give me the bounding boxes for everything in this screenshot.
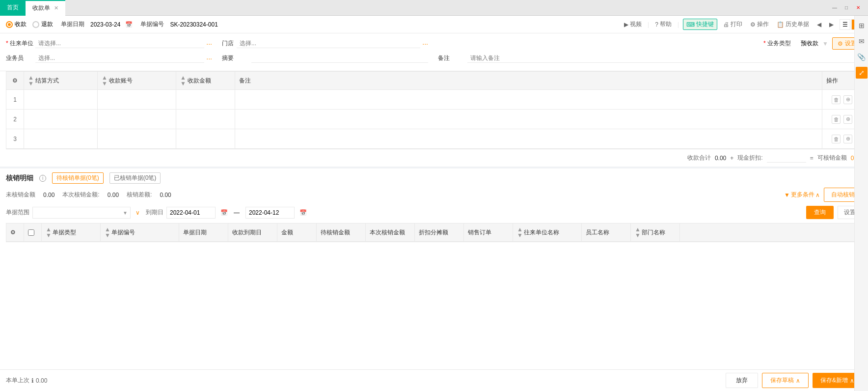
receipt-radio-label: 收款	[15, 20, 27, 28]
maximize-button[interactable]: □	[842, 4, 850, 12]
calendar-to-icon[interactable]: 📅	[299, 209, 307, 216]
shortcut-btn[interactable]: ⌨ 快捷键	[683, 19, 717, 30]
remark-field: 备注	[438, 54, 862, 63]
history-label: 历史单据	[786, 20, 809, 28]
calendar-from-icon[interactable]: 📅	[220, 209, 228, 216]
nav-right-btn[interactable]: ▶	[827, 20, 836, 29]
tab-close-icon[interactable]: ✕	[54, 5, 58, 11]
party-more-icon[interactable]: ···	[206, 40, 212, 48]
td-settlement-2[interactable]	[24, 110, 98, 129]
ops-btn[interactable]: ⚙ 操作	[748, 19, 771, 29]
sidebar-table-icon[interactable]: ⊞	[856, 20, 868, 31]
receipt-refund-group: 收款 退款	[6, 20, 53, 28]
print-btn[interactable]: 🖨 打印	[721, 19, 744, 29]
select-all-checkbox[interactable]	[28, 229, 34, 236]
gear-settings-icon: ⚙	[12, 77, 18, 84]
refund-radio-dot	[32, 21, 39, 28]
plus-sign: +	[730, 155, 733, 162]
td-settlement-1[interactable]	[24, 90, 98, 109]
video-btn[interactable]: ▶ 视频	[622, 19, 644, 29]
biz-type-dropdown-icon[interactable]: ▼	[822, 40, 828, 47]
bth-dept-name: ▲▼ 部门名称	[631, 223, 680, 241]
discount-label: 现金折扣:	[737, 154, 762, 162]
delete-icon-3[interactable]: 🗑	[832, 135, 841, 143]
diff-label: 核销差额:	[127, 191, 152, 199]
help-label: 帮助	[660, 20, 672, 28]
td-amount-2[interactable]	[176, 110, 235, 129]
staff-more-icon[interactable]: ···	[206, 55, 212, 62]
draft-button[interactable]: 保存草稿 ∧	[762, 373, 809, 388]
copy-icon-1[interactable]: ⊕	[843, 95, 852, 104]
store-more-icon[interactable]: ···	[422, 40, 428, 48]
toolbar-right: ▶ 视频 | ? 帮助 | ⌨ 快捷键 🖨 打印 ⚙ 操作 📋	[622, 19, 862, 30]
th-remark: 备注	[235, 72, 822, 89]
history-btn[interactable]: 📋 历史单据	[775, 19, 811, 29]
biz-type-label: 业务类型	[763, 39, 793, 48]
save-dropdown-icon: ∧	[850, 377, 854, 384]
copy-icon-3[interactable]: ⊕	[843, 135, 852, 143]
bth-checkbox[interactable]	[24, 223, 42, 241]
shortcut-label: 快捷键	[696, 20, 714, 28]
bth-dept-name-label: 部门名称	[642, 228, 665, 237]
td-account-2[interactable]	[98, 110, 176, 129]
td-remark-1[interactable]	[235, 90, 822, 109]
sidebar-attachment-icon[interactable]: 📎	[856, 51, 868, 63]
range-dropdown-icon[interactable]: ∨	[136, 209, 140, 216]
th-settlement-label: 结算方式	[35, 77, 59, 85]
due-label: 到期日	[146, 208, 163, 217]
date-separator: —	[234, 209, 240, 216]
th-settlement: ▲▼ 结算方式	[24, 72, 98, 89]
view-list-btn[interactable]: ☰	[840, 19, 850, 30]
nav-left-btn[interactable]: ◀	[815, 20, 823, 29]
td-remark-2[interactable]	[235, 110, 822, 129]
th-account: ▲▼ 收款账号	[98, 72, 176, 89]
discount-input[interactable]	[767, 153, 806, 163]
tab-receipt[interactable]: 收款单 ✕	[26, 0, 65, 16]
copy-icon-2[interactable]: ⊕	[843, 115, 852, 124]
writeoff-info-icon[interactable]: i	[39, 175, 46, 182]
td-account-1[interactable]	[98, 90, 176, 109]
query-button[interactable]: 查询	[806, 206, 834, 219]
delete-icon-1[interactable]: 🗑	[832, 95, 841, 104]
footer-info-icon[interactable]: ℹ	[31, 377, 34, 384]
done-btn[interactable]: 已核销单据(0笔)	[109, 172, 161, 184]
help-btn[interactable]: ? 帮助	[653, 19, 674, 29]
bth-current: 本次核销金额	[366, 223, 415, 241]
delete-icon-2[interactable]: 🗑	[832, 115, 841, 124]
receipt-radio-dot	[6, 21, 13, 28]
date-to-input[interactable]	[245, 207, 295, 219]
calendar-icon[interactable]: 📅	[125, 21, 133, 28]
close-button[interactable]: ✕	[854, 4, 862, 12]
abandon-button[interactable]: 放弃	[726, 373, 758, 388]
bth-settings[interactable]: ⚙	[6, 223, 24, 241]
party-input[interactable]	[35, 39, 204, 48]
bth-staff-name: 员工名称	[582, 223, 631, 241]
refund-radio[interactable]: 退款	[32, 20, 53, 28]
th-settings[interactable]: ⚙	[6, 72, 24, 89]
tab-home[interactable]: 首页	[0, 0, 26, 16]
bth-sales-order: 销售订单	[464, 223, 513, 241]
range-select[interactable]	[32, 207, 131, 219]
summary-input[interactable]	[251, 54, 428, 63]
sidebar-expand-icon[interactable]: ⤢	[856, 67, 868, 79]
print-label: 打印	[731, 20, 742, 28]
td-amount-3[interactable]	[176, 129, 235, 148]
party-label: 往来单位	[6, 39, 35, 48]
td-settlement-3[interactable]	[24, 129, 98, 148]
sidebar-email-icon[interactable]: ✉	[856, 35, 868, 47]
td-account-3[interactable]	[98, 129, 176, 148]
more-conditions-btn[interactable]: ▼ 更多条件 ∧	[784, 191, 820, 199]
remark-input[interactable]	[467, 54, 862, 63]
minimize-button[interactable]: —	[831, 4, 839, 12]
td-remark-3[interactable]	[235, 129, 822, 148]
main-content: 收款 退款 单据日期 2023-03-24 📅 单据编号 SK-20230324…	[0, 16, 868, 391]
date-from-input[interactable]	[166, 207, 216, 219]
receipt-radio[interactable]: 收款	[6, 20, 27, 28]
bth-due-date: 收款到期日	[228, 223, 277, 241]
staff-input[interactable]	[35, 54, 204, 63]
th-amount: ▲▼ 收款金额	[176, 72, 235, 89]
td-amount-1[interactable]	[176, 90, 235, 109]
footer-actions: 放弃 保存草稿 ∧ 保存&新增 ∧	[726, 373, 862, 388]
store-input[interactable]	[237, 39, 420, 48]
pending-btn[interactable]: 待核销单据(0笔)	[52, 172, 104, 184]
